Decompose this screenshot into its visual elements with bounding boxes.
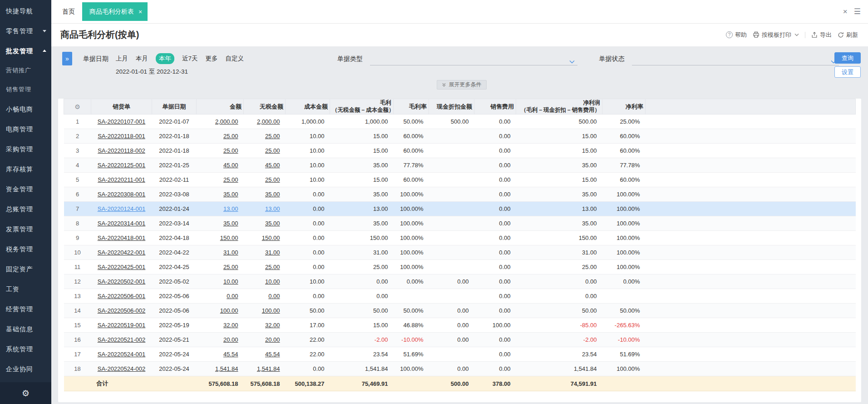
order-link[interactable]: SA-20220125-001	[98, 162, 146, 169]
sidebar-item[interactable]: 零售管理	[0, 21, 51, 41]
tax-free-amount-link[interactable]: 1,541.84	[257, 365, 280, 372]
sidebar-item[interactable]: 经营管理	[0, 299, 51, 319]
amount-link[interactable]: 35.00	[223, 220, 238, 227]
gear-icon[interactable]: ⚙	[74, 103, 80, 110]
date-opt-custom[interactable]: 自定义	[226, 55, 244, 63]
amount-link[interactable]: 31.00	[223, 249, 238, 256]
tax-free-amount-link[interactable]: 45.00	[265, 162, 280, 169]
table-row[interactable]: 12SA-20220502-0012022-05-0210.0010.0010.…	[64, 274, 856, 289]
tab-list-icon[interactable]: ☰	[854, 8, 861, 15]
table-row[interactable]: 15SA-20220519-0012022-05-1932.0032.0017.…	[64, 318, 856, 333]
column-settings-header[interactable]: ⚙	[64, 99, 91, 115]
order-link[interactable]: SA-20220418-001	[98, 234, 146, 241]
tax-free-amount-link[interactable]: 100.00	[262, 307, 280, 314]
settings-button[interactable]: 设置	[834, 66, 861, 78]
tax-free-amount-link[interactable]: 31.00	[265, 249, 280, 256]
order-link[interactable]: SA-20220308-001	[98, 191, 146, 198]
date-opt-this-month[interactable]: 本月	[136, 55, 148, 63]
order-link[interactable]: SA-20220118-002	[98, 147, 145, 154]
amount-link[interactable]: 35.00	[223, 191, 238, 198]
amount-link[interactable]: 32.00	[223, 322, 238, 329]
sidebar-item[interactable]: 工资	[0, 279, 51, 299]
date-opt-more[interactable]: 更多	[206, 55, 218, 63]
sidebar-item[interactable]: 系统管理	[0, 339, 51, 359]
tax-free-amount-link[interactable]: 25.00	[265, 176, 280, 183]
amount-link[interactable]: 25.00	[223, 147, 238, 154]
amount-link[interactable]: 25.00	[223, 133, 238, 140]
doc-status-select[interactable]	[632, 52, 839, 65]
sidebar-item[interactable]: 电商管理	[0, 119, 51, 139]
doc-type-select[interactable]	[370, 52, 577, 65]
tax-free-amount-link[interactable]: 2,000.00	[257, 118, 280, 125]
order-link[interactable]: SA-20220422-001	[98, 249, 146, 256]
query-button[interactable]: 查询	[834, 52, 861, 64]
table-row[interactable]: 11SA-20220425-0012022-04-2525.0025.000.0…	[64, 260, 856, 274]
order-link[interactable]: SA-20220314-001	[98, 220, 146, 227]
tab-close-icon[interactable]: ×	[138, 8, 142, 15]
amount-link[interactable]: 150.00	[220, 234, 238, 241]
order-link[interactable]: SA-20220211-001	[98, 176, 145, 183]
date-opt-last-7-days[interactable]: 近7天	[182, 55, 198, 63]
tax-free-amount-link[interactable]: 35.00	[265, 191, 280, 198]
sidebar-item[interactable]: 企业协同	[0, 359, 51, 379]
sidebar-item[interactable]: 采购管理	[0, 139, 51, 159]
table-row[interactable]: 1SA-20220107-0012022-01-072,000.002,000.…	[64, 115, 856, 129]
table-row[interactable]: 10SA-20220422-0012022-04-2231.0031.000.0…	[64, 245, 856, 260]
print-template-button[interactable]: 按模板打印	[753, 31, 791, 39]
sidebar-item[interactable]: 发票管理	[0, 219, 51, 239]
table-row[interactable]: 5SA-20220211-0012022-02-1125.0025.0010.0…	[64, 173, 856, 187]
sidebar-item[interactable]: 批发管理	[0, 41, 51, 61]
tab-product-profit-analysis[interactable]: 商品毛利分析表 ×	[82, 2, 148, 21]
close-all-tabs-icon[interactable]: ×	[843, 8, 848, 15]
table-row[interactable]: 16SA-20220521-0022022-05-2120.0020.0022.…	[64, 333, 856, 347]
tax-free-amount-link[interactable]: 45.54	[265, 351, 280, 358]
order-link[interactable]: SA-20220118-001	[98, 133, 145, 140]
sidebar-item[interactable]: 销售管理	[0, 80, 51, 99]
collapse-filter-button[interactable]: »	[62, 52, 72, 65]
order-link[interactable]: SA-20220506-001	[98, 293, 146, 299]
sidebar-item[interactable]: 固定资产	[0, 259, 51, 279]
amount-link[interactable]: 25.00	[223, 264, 238, 270]
tab-home[interactable]: 首页	[55, 8, 82, 16]
table-row[interactable]: 6SA-20220308-0012022-03-0835.0035.000.00…	[64, 187, 856, 202]
date-opt-this-year[interactable]: 本年	[156, 53, 174, 64]
date-opt-last-month[interactable]: 上月	[116, 55, 128, 63]
order-link[interactable]: SA-20220506-002	[98, 307, 146, 314]
sidebar-item[interactable]: 库存核算	[0, 159, 51, 179]
amount-link[interactable]: 100.00	[220, 307, 238, 314]
refresh-button[interactable]: 刷新	[838, 31, 858, 39]
date-range-value[interactable]: 2022-01-01 至 2022-12-31	[116, 68, 244, 76]
table-row[interactable]: 7SA-20220124-0012022-01-2413.0013.000.00…	[64, 202, 856, 216]
sidebar-item[interactable]: 总账管理	[0, 199, 51, 219]
amount-link[interactable]: 13.00	[223, 205, 238, 212]
order-link[interactable]: SA-20220519-001	[98, 322, 146, 329]
sidebar-item[interactable]: 快捷导航	[0, 1, 51, 21]
sidebar-item[interactable]: 资金管理	[0, 179, 51, 199]
tax-free-amount-link[interactable]: 35.00	[265, 220, 280, 227]
tax-free-amount-link[interactable]: 150.00	[262, 234, 280, 241]
tax-free-amount-link[interactable]: 13.00	[265, 205, 280, 212]
tax-free-amount-link[interactable]: 32.00	[265, 322, 280, 329]
export-button[interactable]: 导出	[811, 31, 832, 39]
order-link[interactable]: SA-20220425-001	[98, 264, 146, 270]
table-row[interactable]: 9SA-20220418-0012022-04-18150.00150.000.…	[64, 231, 856, 245]
table-row[interactable]: 13SA-20220506-0012022-05-060.000.000.000…	[64, 289, 856, 304]
order-link[interactable]: SA-20220524-001	[98, 351, 146, 358]
sidebar-item[interactable]: 基础信息	[0, 319, 51, 339]
tax-free-amount-link[interactable]: 25.00	[265, 133, 280, 140]
order-link[interactable]: SA-20220107-001	[98, 118, 146, 125]
help-button[interactable]: ? 帮助	[726, 31, 747, 39]
table-row[interactable]: 18SA-20220524-0022022-05-241,541.841,541…	[64, 362, 856, 376]
table-row[interactable]: 8SA-20220314-0012022-03-1435.0035.000.00…	[64, 216, 856, 231]
tax-free-amount-link[interactable]: 25.00	[265, 264, 280, 270]
table-row[interactable]: 17SA-20220524-0012022-05-2445.5445.5422.…	[64, 347, 856, 362]
tax-free-amount-link[interactable]: 20.00	[265, 336, 280, 343]
order-link[interactable]: SA-20220524-002	[98, 365, 146, 372]
expand-more-button[interactable]: 展开更多条件	[437, 80, 487, 90]
amount-link[interactable]: 45.00	[223, 162, 238, 169]
tax-free-amount-link[interactable]: 0.00	[268, 293, 280, 299]
sidebar-item[interactable]: 营销推广	[0, 61, 51, 80]
settings-gear-icon[interactable]: ⚙	[22, 388, 30, 399]
order-link[interactable]: SA-20220521-002	[98, 336, 146, 343]
amount-link[interactable]: 1,541.84	[215, 365, 238, 372]
